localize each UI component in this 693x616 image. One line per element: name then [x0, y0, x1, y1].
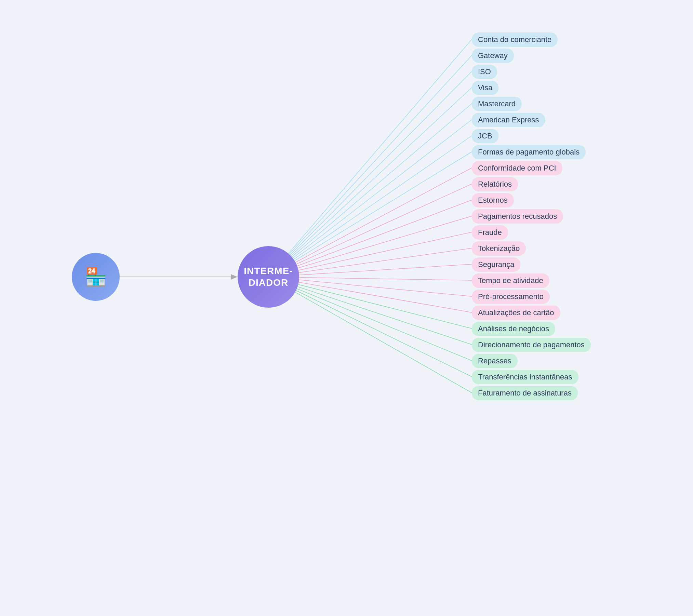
gateway-label: Gateway	[472, 49, 514, 63]
conformidade-pci-label: Conformidade com PCI	[472, 161, 562, 175]
svg-line-20	[268, 277, 472, 329]
jcb-label: JCB	[472, 129, 498, 143]
merchant-node: 🏪	[72, 253, 120, 301]
store-icon: 🏪	[85, 267, 107, 287]
svg-line-8	[268, 136, 472, 277]
svg-line-7	[268, 120, 472, 277]
analises-negocios-label: Análises de negócios	[472, 322, 555, 336]
fraude-label: Fraude	[472, 225, 508, 240]
visa-label: Visa	[472, 81, 498, 95]
american-express-label: American Express	[472, 113, 545, 127]
svg-line-6	[268, 104, 472, 277]
svg-line-21	[268, 277, 472, 345]
faturamento-assinaturas-label: Faturamento de assinaturas	[472, 386, 578, 400]
formas-pagamento-label: Formas de pagamento globais	[472, 145, 586, 159]
svg-line-13	[268, 216, 472, 277]
svg-line-24	[268, 277, 472, 393]
svg-line-23	[268, 277, 472, 377]
svg-line-15	[268, 248, 472, 277]
conta-comerciante-label: Conta do comerciante	[472, 32, 558, 47]
mastercard-label: Mastercard	[472, 97, 522, 111]
tokenizacao-label: Tokenização	[472, 241, 526, 256]
svg-line-11	[268, 184, 472, 277]
transferencias-instantaneas-label: Transferências instantâneas	[472, 370, 578, 384]
intermediator-label: INTERME-DIADOR	[244, 265, 293, 288]
direcionamento-pagamentos-label: Direcionamento de pagamentos	[472, 338, 591, 352]
svg-line-12	[268, 200, 472, 277]
svg-line-19	[268, 277, 472, 312]
relatorios-label: Relatórios	[472, 177, 518, 191]
svg-line-14	[268, 232, 472, 277]
iso-label: ISO	[472, 65, 497, 79]
estornos-label: Estornos	[472, 193, 514, 207]
svg-line-9	[268, 152, 472, 277]
seguranca-label: Segurança	[472, 257, 520, 272]
intermediator-node: INTERME-DIADOR	[238, 246, 299, 308]
svg-line-2	[268, 39, 472, 277]
svg-line-10	[268, 168, 472, 277]
svg-line-22	[268, 277, 472, 361]
svg-line-5	[268, 88, 472, 277]
svg-line-4	[268, 71, 472, 277]
svg-line-3	[268, 55, 472, 277]
pagamentos-recusados-label: Pagamentos recusados	[472, 209, 563, 224]
svg-marker-1	[231, 274, 238, 280]
repasses-label: Repasses	[472, 354, 518, 368]
tempo-atividade-label: Tempo de atividade	[472, 273, 549, 288]
atualizacoes-cartao-label: Atualizações de cartão	[472, 306, 560, 320]
pre-processamento-label: Pré-processamento	[472, 290, 550, 304]
